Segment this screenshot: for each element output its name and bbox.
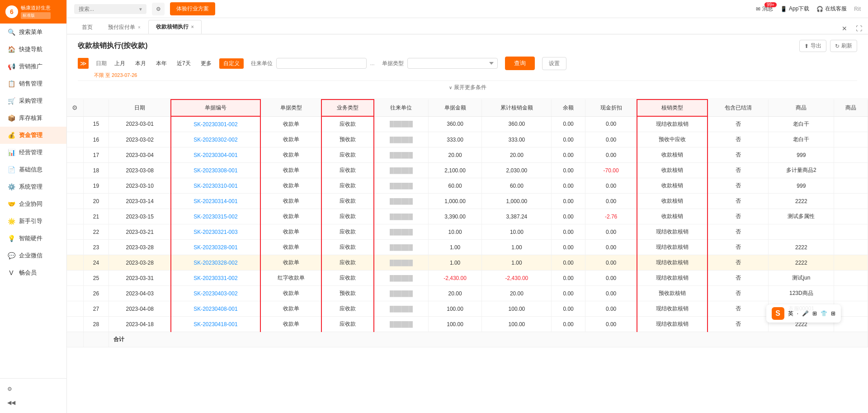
td-cancel-type: 预收中应收: [637, 132, 708, 147]
th-biz-type: 业务类型: [321, 100, 374, 116]
sidebar-item-system[interactable]: ⚙️系统管理: [0, 178, 66, 195]
gear-icon[interactable]: ⚙: [72, 104, 78, 111]
td-gear[interactable]: [67, 224, 83, 240]
td-gear[interactable]: [67, 116, 83, 132]
td-product: 2222: [769, 194, 834, 209]
sidebar-bottom-settings[interactable]: ⚙: [0, 382, 66, 396]
expand-btn[interactable]: ∨ 展开更多条件: [449, 84, 486, 91]
td-gear[interactable]: [67, 317, 83, 332]
sidebar-item-search-menu[interactable]: 🔍搜索菜单: [0, 24, 66, 41]
topbar-app[interactable]: 📱 App下载: [780, 5, 809, 13]
filter-toggle[interactable]: ≫: [78, 58, 89, 69]
table-footer-row: 合计: [67, 332, 868, 347]
bill-no-link[interactable]: SK-20230302-002: [193, 137, 237, 143]
filter-settings-btn[interactable]: 设置: [542, 57, 566, 70]
td-include-settled: 否: [708, 194, 769, 209]
bill-no-link[interactable]: SK-20230418-001: [193, 321, 237, 328]
td-amount: 20.00: [428, 286, 482, 301]
td-gear[interactable]: [67, 286, 83, 301]
td-gear[interactable]: [67, 147, 83, 163]
td-cum-cancel: 333.00: [482, 132, 552, 147]
sidebar-item-quick-nav[interactable]: 🏠快捷导航: [0, 41, 66, 58]
td-cash-discount: 0.00: [585, 240, 637, 255]
watermark-toolbar: S 英 · 🎤 ⊞ 👕 ⊞: [766, 304, 841, 323]
sidebar-item-purchase[interactable]: 🛒采购管理: [0, 92, 66, 109]
sidebar-item-basic[interactable]: 📄基础信息: [0, 161, 66, 178]
sidebar-item-member[interactable]: V畅会员: [0, 264, 66, 281]
td-date: 2023-04-18: [109, 317, 171, 332]
td-gear[interactable]: [67, 209, 83, 224]
tab-close-receipt-cancel[interactable]: ×: [191, 24, 194, 29]
td-gear[interactable]: [67, 163, 83, 178]
bill-no-link[interactable]: SK-20230403-002: [193, 290, 237, 297]
date-btn-近7天[interactable]: 近7天: [173, 58, 195, 69]
date-btn-custom[interactable]: 自定义: [219, 58, 244, 69]
bill-no-link[interactable]: SK-20230315-002: [193, 214, 237, 220]
td-gear[interactable]: [67, 271, 83, 286]
th-gear[interactable]: ⚙: [67, 100, 83, 116]
refresh-btn[interactable]: ↻ 刷新: [830, 40, 857, 52]
topbar-search-input[interactable]: [74, 4, 146, 14]
td-gear[interactable]: [67, 301, 83, 317]
tab-close-prepay[interactable]: ×: [138, 25, 141, 30]
date-btn-更多[interactable]: 更多: [197, 58, 216, 69]
bill-no-link[interactable]: SK-20230408-001: [193, 306, 237, 312]
td-gear[interactable]: [67, 255, 83, 271]
filter-dots: ...: [370, 60, 375, 66]
filter-partner-input[interactable]: [276, 58, 367, 69]
member-icon: V: [7, 269, 15, 277]
td-amount: 3,390.00: [428, 209, 482, 224]
sidebar-item-hardware[interactable]: 💡智能硬件: [0, 230, 66, 247]
bill-no-link[interactable]: SK-20230328-002: [193, 260, 237, 266]
sidebar-item-corp[interactable]: 🤝企业协同: [0, 195, 66, 213]
tab-prepay[interactable]: 预付应付单×: [100, 20, 148, 34]
industry-btn[interactable]: 体验行业方案: [170, 2, 215, 15]
td-biz-type: 应收款: [321, 255, 374, 271]
td-partner: ██████: [374, 224, 428, 240]
sidebar-item-inventory[interactable]: 📦库存核算: [0, 109, 66, 127]
tab-receipt-cancel[interactable]: 收款核销执行×: [148, 20, 202, 34]
sidebar-item-operation[interactable]: 📊经营管理: [0, 144, 66, 161]
td-gear[interactable]: [67, 240, 83, 255]
topbar-gear-icon[interactable]: ⚙: [152, 3, 165, 15]
table-row: 282023-04-18SK-20230418-001收款单应收款██████1…: [67, 317, 868, 332]
bill-no-link[interactable]: SK-20230310-001: [193, 183, 237, 189]
bill-no-link[interactable]: SK-20230321-003: [193, 229, 237, 235]
topbar-service[interactable]: 🎧 在线客服: [816, 5, 847, 13]
sidebar-item-label-wechat: 企业微信: [19, 252, 42, 260]
sidebar-item-wechat[interactable]: 💬企业微信: [0, 247, 66, 264]
date-btn-本月[interactable]: 本月: [131, 58, 150, 69]
page-header: 收款核销执行(按收款) ⬆ 导出 ↻ 刷新: [67, 34, 868, 52]
topbar-message[interactable]: ✉ 消息 99+: [756, 5, 773, 13]
sidebar-item-marketing[interactable]: 📢营销推广: [0, 58, 66, 75]
sidebar-bottom-collapse[interactable]: ◀◀: [0, 396, 66, 409]
td-gear[interactable]: [67, 194, 83, 209]
search-menu-icon: 🔍: [7, 28, 15, 36]
td-bill-no: SK-20230310-001: [171, 178, 260, 194]
sidebar-item-sales[interactable]: 📋销售管理: [0, 75, 66, 92]
bill-no-link[interactable]: SK-20230331-002: [193, 275, 237, 281]
tab-home[interactable]: 首页: [74, 20, 100, 34]
td-partner: ██████: [374, 147, 428, 163]
tab-close-btn[interactable]: ✕: [839, 23, 850, 34]
tabs-bar: 首页预付应付单×收款核销执行× ✕ ⛶: [67, 18, 868, 34]
sidebar-item-guide[interactable]: 🌟新手引导: [0, 213, 66, 230]
bill-no-link[interactable]: SK-20230304-001: [193, 152, 237, 158]
sidebar-item-finance[interactable]: 💰资金管理: [0, 127, 66, 144]
query-btn[interactable]: 查询: [505, 57, 535, 70]
date-btn-本年[interactable]: 本年: [152, 58, 171, 69]
td-gear[interactable]: [67, 132, 83, 147]
th-cum-cancel: 累计核销金额: [482, 100, 552, 116]
bill-no-link[interactable]: SK-20230301-002: [193, 121, 237, 128]
filter-row: ≫ 日期 上月本月本年近7天更多 自定义 往来单位 ... 单据类型: [78, 57, 857, 70]
bill-no-link[interactable]: SK-20230314-001: [193, 198, 237, 204]
td-gear[interactable]: [67, 178, 83, 194]
date-btn-上月[interactable]: 上月: [110, 58, 129, 69]
tab-expand-btn[interactable]: ⛶: [854, 23, 864, 34]
bill-no-link[interactable]: SK-20230328-001: [193, 244, 237, 251]
td-balance: 0.00: [552, 116, 585, 132]
filter-bill-type-select[interactable]: [407, 58, 498, 69]
td-include-settled: 否: [708, 224, 769, 240]
export-btn[interactable]: ⬆ 导出: [799, 40, 826, 52]
bill-no-link[interactable]: SK-20230308-001: [193, 167, 237, 174]
